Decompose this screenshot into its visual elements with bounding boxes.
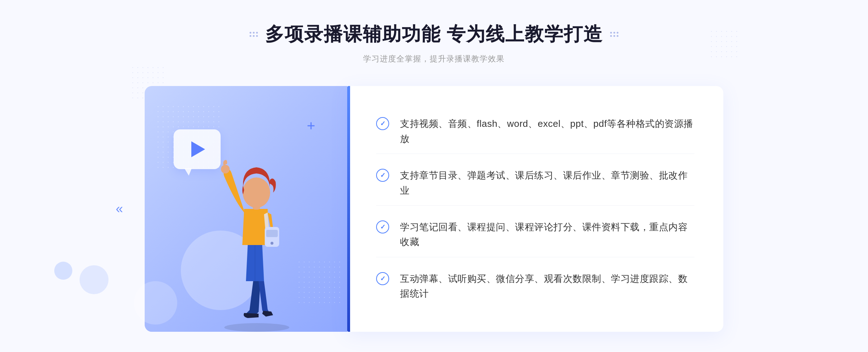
check-icon-1: ✓ <box>376 117 389 130</box>
header-section: 多项录播课辅助功能 专为线上教学打造 学习进度全掌握，提升录播课教学效果 <box>250 22 618 64</box>
outer-circle-large <box>80 265 109 294</box>
deco-circle-medium <box>134 281 177 325</box>
blue-accent-bar <box>347 86 350 332</box>
checkmark-1: ✓ <box>380 120 386 127</box>
feature-item-4: ✓ 互动弹幕、试听购买、微信分享、观看次数限制、学习进度跟踪、数据统计 <box>376 264 694 309</box>
feature-text-3: 学习笔记回看、课程提问、课程评论打分、课件资料下载，重点内容收藏 <box>400 220 694 250</box>
checkmark-3: ✓ <box>380 224 386 230</box>
check-icon-3: ✓ <box>376 220 389 233</box>
check-icon-2: ✓ <box>376 169 389 182</box>
svg-point-6 <box>271 242 273 245</box>
title-row: 多项录播课辅助功能 专为线上教学打造 <box>250 22 618 47</box>
svg-rect-5 <box>266 230 278 237</box>
content-panel: ✓ 支持视频、音频、flash、word、excel、ppt、pdf等各种格式的… <box>347 86 723 332</box>
check-circle-2: ✓ <box>376 169 389 182</box>
content-area: « <box>145 86 723 332</box>
svg-point-0 <box>224 323 289 332</box>
left-dot-decoration <box>250 32 258 37</box>
feature-text-4: 互动弹幕、试听购买、微信分享、观看次数限制、学习进度跟踪、数据统计 <box>400 271 694 301</box>
right-dot-decoration <box>610 32 618 37</box>
feature-item-1: ✓ 支持视频、音频、flash、word、excel、ppt、pdf等各种格式的… <box>376 109 694 154</box>
outer-circle-small <box>54 262 72 280</box>
check-icon-4: ✓ <box>376 272 389 285</box>
sparkle-decoration <box>307 122 315 129</box>
feature-item-3: ✓ 学习笔记回看、课程提问、课程评论打分、课件资料下载，重点内容收藏 <box>376 213 694 257</box>
left-nav-arrow[interactable]: « <box>116 202 123 215</box>
feature-text-2: 支持章节目录、弹题考试、课后练习、课后作业、章节测验、批改作业 <box>400 168 694 198</box>
feature-text-1: 支持视频、音频、flash、word、excel、ppt、pdf等各种格式的资源… <box>400 116 694 146</box>
feature-item-2: ✓ 支持章节目录、弹题考试、课后练习、课后作业、章节测验、批改作业 <box>376 161 694 206</box>
page-subtitle: 学习进度全掌握，提升录播课教学效果 <box>250 53 618 64</box>
person-illustration <box>203 129 311 332</box>
illustration-card <box>145 86 347 332</box>
content-panel-wrapper: ✓ 支持视频、音频、flash、word、excel、ppt、pdf等各种格式的… <box>347 86 723 332</box>
sparkle-icon <box>307 122 315 129</box>
checkmark-4: ✓ <box>380 275 386 282</box>
check-circle-4: ✓ <box>376 272 389 285</box>
svg-point-3 <box>243 177 270 208</box>
check-circle-3: ✓ <box>376 220 389 233</box>
page-container: 多项录播课辅助功能 专为线上教学打造 学习进度全掌握，提升录播课教学效果 « <box>0 0 868 352</box>
check-circle-1: ✓ <box>376 117 389 130</box>
svg-point-1 <box>221 165 230 173</box>
chevron-left-icon[interactable]: « <box>116 202 123 215</box>
page-title: 多项录播课辅助功能 专为线上教学打造 <box>265 22 603 47</box>
dots-decoration-right <box>709 29 738 58</box>
checkmark-2: ✓ <box>380 172 386 179</box>
